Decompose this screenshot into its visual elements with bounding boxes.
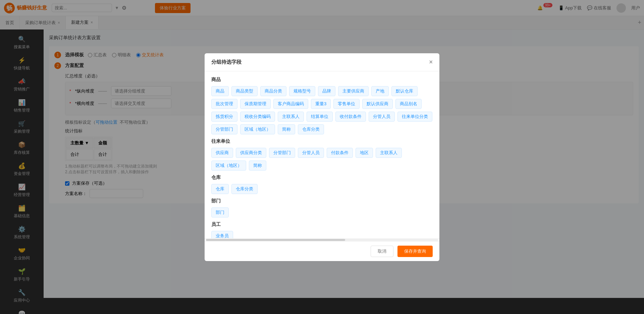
- field-chip[interactable]: 收付款条件: [335, 112, 366, 122]
- field-chip[interactable]: 简称: [249, 161, 266, 171]
- field-chip[interactable]: 部门: [211, 207, 229, 217]
- save-query-button[interactable]: 保存并查询: [397, 246, 433, 257]
- field-chip[interactable]: 商品: [211, 86, 229, 96]
- field-chip[interactable]: 结算单位: [307, 112, 333, 122]
- field-chip[interactable]: 默认仓库: [391, 86, 418, 96]
- field-chip[interactable]: 规格型号: [289, 86, 315, 96]
- dialog-overlay: 分组待选字段 × 商品 商品 商品类型 商品分类 规格型号 品牌 主要供应商 产…: [0, 0, 644, 314]
- section-title-warehouse: 仓库: [211, 175, 433, 181]
- field-chip[interactable]: 付款条件: [327, 148, 353, 158]
- field-chip[interactable]: 主联系人: [376, 148, 402, 158]
- field-chip[interactable]: 主联系人: [278, 112, 304, 122]
- hscroll-thumb[interactable]: [206, 239, 345, 241]
- field-chip[interactable]: 商品别名: [395, 99, 422, 109]
- field-grid-warehouse: 仓库 仓库分类: [211, 184, 433, 194]
- dialog-header: 分组待选字段 ×: [205, 53, 439, 71]
- field-grid-goods: 商品 商品类型 商品分类 规格型号 品牌 主要供应商 产地 默认仓库 批次管理 …: [211, 86, 433, 134]
- hscroll-track: [206, 239, 438, 241]
- field-select-dialog: 分组待选字段 × 商品 商品 商品类型 商品分类 规格型号 品牌 主要供应商 产…: [205, 53, 439, 261]
- field-chip[interactable]: 品牌: [318, 86, 335, 96]
- dialog-title: 分组待选字段: [211, 59, 241, 65]
- field-chip[interactable]: 分管部门: [269, 148, 295, 158]
- field-chip[interactable]: 税收分类编码: [240, 112, 275, 122]
- field-chip[interactable]: 客户商品编码: [273, 99, 308, 109]
- field-chip[interactable]: 往来单位分类: [397, 112, 432, 122]
- field-chip[interactable]: 产地: [371, 86, 389, 96]
- section-title-department: 部门: [211, 198, 433, 204]
- dialog-footer: 取消 保存并查询: [205, 241, 439, 261]
- dialog-close-button[interactable]: ×: [429, 59, 433, 66]
- field-chip[interactable]: 拣货积分: [211, 112, 237, 122]
- field-chip[interactable]: 区域（地区）: [211, 161, 246, 171]
- cancel-button[interactable]: 取消: [371, 246, 393, 257]
- section-title-goods: 商品: [211, 77, 433, 83]
- field-chip[interactable]: 分管人员: [369, 112, 395, 122]
- field-chip[interactable]: 仓库分类: [298, 124, 324, 134]
- dialog-hscrollbar[interactable]: [205, 238, 439, 241]
- field-chip[interactable]: 地区: [356, 148, 373, 158]
- field-chip-employee[interactable]: 业务员: [211, 231, 233, 239]
- field-chip[interactable]: 商品分类: [260, 86, 286, 96]
- section-title-counterpart: 往来单位: [211, 138, 433, 144]
- section-title-employee: 员工: [211, 222, 433, 228]
- field-grid-employee: 业务员: [211, 231, 433, 239]
- field-chip[interactable]: 供应商: [211, 148, 233, 158]
- field-chip[interactable]: 仓库: [211, 184, 229, 194]
- field-chip[interactable]: 仓库分类: [231, 184, 258, 194]
- dialog-body[interactable]: 商品 商品 商品类型 商品分类 规格型号 品牌 主要供应商 产地 默认仓库 批次…: [205, 71, 439, 239]
- field-chip[interactable]: 重量3: [311, 99, 331, 109]
- field-chip[interactable]: 简称: [278, 124, 295, 134]
- field-grid-department: 部门: [211, 207, 433, 217]
- field-chip[interactable]: 保质期管理: [240, 99, 271, 109]
- field-chip[interactable]: 商品类型: [231, 86, 258, 96]
- field-chip[interactable]: 主要供应商: [338, 86, 369, 96]
- field-chip[interactable]: 批次管理: [211, 99, 237, 109]
- field-chip[interactable]: 分管人员: [298, 148, 324, 158]
- field-grid-counterpart: 供应商 供应商分类 分管部门 分管人员 付款条件 地区 主联系人 区域（地区） …: [211, 148, 433, 171]
- field-chip[interactable]: 默认供应商: [362, 99, 393, 109]
- field-chip[interactable]: 零售单位: [333, 99, 360, 109]
- field-chip[interactable]: 供应商分类: [236, 148, 266, 158]
- field-chip[interactable]: 区域（地区）: [240, 124, 275, 134]
- field-chip[interactable]: 分管部门: [211, 124, 237, 134]
